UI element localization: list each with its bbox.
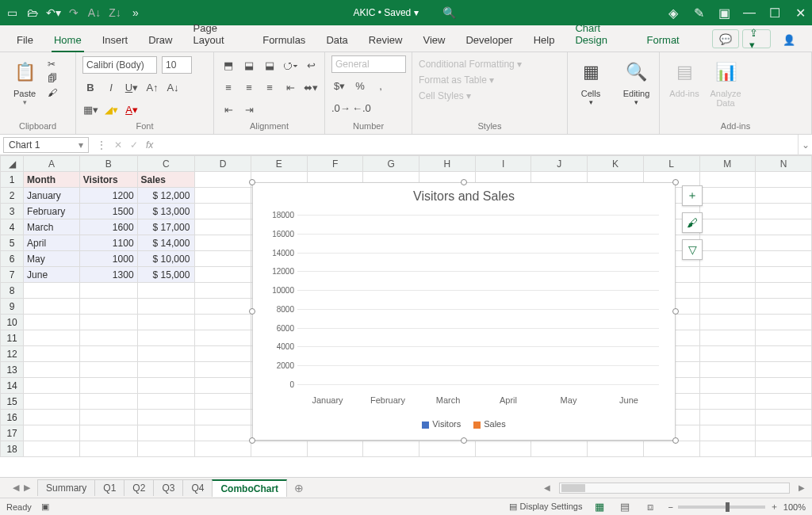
col-header-L[interactable]: L <box>643 156 699 172</box>
resize-handle[interactable] <box>672 179 679 185</box>
tab-page-layout[interactable]: Page Layout <box>185 17 251 52</box>
sheet-tab-q2[interactable]: Q2 <box>124 479 154 496</box>
worksheet-area[interactable]: ◢ A B C D E F G H I J K L M N 1MonthVisi… <box>0 155 812 477</box>
formula-expand-icon[interactable]: ⌄ <box>798 135 812 155</box>
col-header-B[interactable]: B <box>79 156 137 172</box>
col-header-F[interactable]: F <box>307 156 363 172</box>
col-header-A[interactable]: A <box>24 156 80 172</box>
page-break-view-icon[interactable]: ⧈ <box>642 501 658 513</box>
cells-button[interactable]: ▦Cells▾ <box>574 55 607 106</box>
sheet-nav-prev-icon[interactable]: ◀ <box>13 483 19 493</box>
normal-view-icon[interactable]: ▦ <box>592 501 607 513</box>
italic-button[interactable]: I <box>103 82 119 93</box>
increase-font-icon[interactable]: A↑ <box>144 82 160 93</box>
maximize-icon[interactable]: ☐ <box>768 6 782 21</box>
chart-legend[interactable]: Visitors Sales <box>253 419 675 429</box>
macro-record-icon[interactable]: ▣ <box>41 502 49 512</box>
zoom-level[interactable]: 100% <box>783 502 806 512</box>
sheet-tab-combochart[interactable]: ComboChart <box>212 479 287 497</box>
font-name-select[interactable] <box>82 56 157 74</box>
diamond-icon[interactable]: ◈ <box>666 6 680 21</box>
col-header-M[interactable]: M <box>699 156 756 172</box>
hscroll-track[interactable] <box>559 483 790 494</box>
tab-draw[interactable]: Draw <box>140 29 181 52</box>
tab-insert[interactable]: Insert <box>94 29 137 52</box>
name-box[interactable]: Chart 1▾ <box>3 137 89 153</box>
page-layout-view-icon[interactable]: ▤ <box>617 501 633 513</box>
bold-button[interactable]: B <box>82 82 98 93</box>
sheet-tab-q1[interactable]: Q1 <box>94 479 124 496</box>
ribbon-mode-icon[interactable]: ▣ <box>717 6 731 21</box>
col-header-H[interactable]: H <box>419 156 476 172</box>
font-color-icon[interactable]: A▾ <box>124 104 140 116</box>
decrease-font-icon[interactable]: A↓ <box>165 82 181 93</box>
underline-button[interactable]: U▾ <box>124 82 140 93</box>
chart-object[interactable]: Visitors and Sales 020004000600080001000… <box>252 182 676 441</box>
search-icon[interactable]: 🔍 <box>442 6 456 19</box>
resize-handle[interactable] <box>672 437 679 444</box>
chart-elements-button[interactable]: ＋ <box>682 185 703 206</box>
fill-color-icon[interactable]: ◢▾ <box>103 104 119 116</box>
copy-icon[interactable]: 🗐 <box>48 73 57 84</box>
share-button[interactable]: ⇪ ▾ <box>742 29 771 48</box>
tab-file[interactable]: File <box>8 29 42 52</box>
tab-data[interactable]: Data <box>317 29 356 52</box>
editing-button[interactable]: 🔍Editing▾ <box>620 55 653 106</box>
undo-icon[interactable]: ↶▾ <box>46 6 60 19</box>
formula-input[interactable] <box>161 137 798 153</box>
tab-format[interactable]: Format <box>638 29 688 52</box>
new-file-icon[interactable]: ▭ <box>5 6 19 19</box>
sheet-tab-q4[interactable]: Q4 <box>182 479 213 496</box>
sheet-nav-next-icon[interactable]: ▶ <box>24 483 30 493</box>
tab-home[interactable]: Home <box>45 29 90 52</box>
hscroll-thumb[interactable] <box>561 484 585 492</box>
col-header-G[interactable]: G <box>363 156 419 172</box>
close-icon[interactable]: ✕ <box>793 6 807 21</box>
col-header-D[interactable]: D <box>195 156 251 172</box>
format-painter-icon[interactable]: 🖌 <box>48 87 57 98</box>
tab-developer[interactable]: Developer <box>457 29 521 52</box>
new-sheet-button[interactable]: ⊕ <box>286 479 312 497</box>
borders-icon[interactable]: ▦▾ <box>82 104 98 116</box>
paste-button[interactable]: 📋 Paste ▾ <box>6 55 43 106</box>
resize-handle[interactable] <box>249 179 255 185</box>
qat-more-icon[interactable]: » <box>128 6 143 19</box>
minimize-icon[interactable]: — <box>742 6 756 21</box>
comments-button[interactable]: 💬 <box>712 29 739 48</box>
col-header-E[interactable]: E <box>251 156 308 172</box>
hscroll-right-icon[interactable]: ▶ <box>796 483 807 492</box>
col-header-K[interactable]: K <box>588 156 644 172</box>
sheet-tab-summary[interactable]: Summary <box>37 479 95 496</box>
hscroll-left-icon[interactable]: ◀ <box>542 483 553 492</box>
col-header-I[interactable]: I <box>475 156 531 172</box>
tab-chart-design[interactable]: Chart Design <box>566 17 634 52</box>
tab-view[interactable]: View <box>414 29 454 52</box>
select-all-corner[interactable]: ◢ <box>1 156 24 172</box>
col-header-N[interactable]: N <box>756 156 812 172</box>
account-icon[interactable]: 👤 <box>774 29 804 52</box>
tab-help[interactable]: Help <box>525 29 564 52</box>
col-header-C[interactable]: C <box>137 156 195 172</box>
sheet-tab-q3[interactable]: Q3 <box>153 479 183 496</box>
resize-handle[interactable] <box>249 308 255 315</box>
font-size-select[interactable] <box>162 56 192 74</box>
tab-formulas[interactable]: Formulas <box>254 29 314 52</box>
chart-styles-button[interactable]: 🖌 <box>682 212 703 233</box>
zoom-out-button[interactable]: − <box>668 502 672 512</box>
tab-review[interactable]: Review <box>360 29 412 52</box>
zoom-slider[interactable] <box>678 505 765 509</box>
chart-plot-area[interactable]: 0200040006000800010000120001400016000180… <box>297 215 659 384</box>
chart-title[interactable]: Visitors and Sales <box>253 189 675 204</box>
zoom-in-button[interactable]: ＋ <box>770 501 779 513</box>
resize-handle[interactable] <box>249 437 255 444</box>
col-header-J[interactable]: J <box>531 156 588 172</box>
resize-handle[interactable] <box>461 437 467 444</box>
resize-handle[interactable] <box>461 179 467 185</box>
resize-handle[interactable] <box>672 308 679 315</box>
display-settings-button[interactable]: ▤ Display Settings <box>509 502 582 512</box>
document-title[interactable]: AKIC • Saved ▾ <box>353 7 418 18</box>
open-file-icon[interactable]: 🗁 <box>25 6 40 19</box>
wand-icon[interactable]: ✎ <box>691 6 706 21</box>
chart-filters-button[interactable]: ▽ <box>682 239 703 260</box>
fx-icon[interactable]: fx <box>146 139 153 151</box>
